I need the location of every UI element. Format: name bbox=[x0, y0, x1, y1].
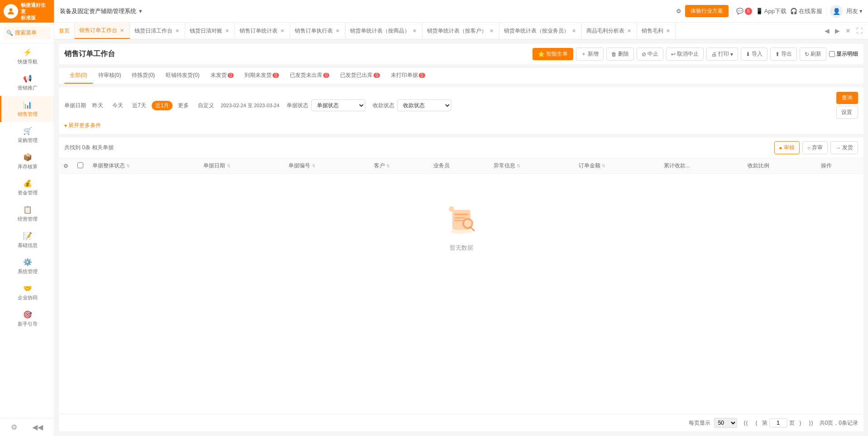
tab-sales-summary-staff[interactable]: 销货单统计表（按业务员） ✕ bbox=[499, 23, 582, 39]
export-button[interactable]: ⬆ 导出 bbox=[770, 47, 797, 61]
page-number-input[interactable] bbox=[769, 418, 787, 427]
th-customer[interactable]: 客户 ⇅ bbox=[369, 158, 429, 174]
expand-filter-button[interactable]: ▾ 展开更多条件 bbox=[64, 122, 858, 129]
prev-page-button[interactable]: ⟨ bbox=[753, 419, 760, 427]
column-settings-icon[interactable]: ⚙ bbox=[63, 163, 68, 169]
industry-solution-button[interactable]: 体验行业方案 bbox=[685, 5, 729, 17]
import-button[interactable]: ⬇ 导入 bbox=[741, 47, 767, 61]
add-button[interactable]: ＋ 新增 bbox=[576, 47, 604, 61]
sub-tab-pending-pickup[interactable]: 待拣货(0) bbox=[126, 68, 160, 84]
refresh-button[interactable]: ↻ 刷新 bbox=[800, 47, 826, 61]
sidebar-item-quick-nav[interactable]: ⚡ 快捷导航 bbox=[0, 43, 54, 70]
status-filter-select[interactable]: 单据状态 bbox=[311, 100, 365, 111]
th-amount[interactable]: 订单金额 ⇅ bbox=[574, 158, 659, 174]
print-button[interactable]: 🖨 打印 ▾ bbox=[706, 47, 738, 61]
app-download-button[interactable]: 📱 App下载 bbox=[756, 7, 786, 15]
date-option-today[interactable]: 今天 bbox=[109, 101, 127, 110]
tab-sales-workbench[interactable]: 销售订单工作台 ✕ bbox=[75, 23, 130, 39]
sidebar-item-basic[interactable]: 📝 基础信息 bbox=[0, 227, 54, 253]
tab-sales-summary-customer[interactable]: 销货单统计表（按客户） ✕ bbox=[422, 23, 499, 39]
tab-cash-daily[interactable]: 钱货日清工作台 ✕ bbox=[130, 23, 185, 39]
online-service-button[interactable]: 🎧 在线客服 bbox=[790, 7, 822, 15]
cancel-review-button[interactable]: ○ 弃审 bbox=[802, 141, 828, 154]
close-tab-sales-summary-product[interactable]: ✕ bbox=[412, 28, 417, 34]
show-detail-label[interactable]: 显示明细 bbox=[829, 50, 858, 58]
close-tab-sales-summary-staff[interactable]: ✕ bbox=[571, 28, 577, 34]
svg-rect-3 bbox=[454, 213, 469, 215]
ship-action-button[interactable]: → 发货 bbox=[830, 141, 858, 154]
sub-tab-all[interactable]: 全部(0) bbox=[64, 68, 93, 84]
th-date[interactable]: 单据日期 ⇅ bbox=[199, 158, 284, 174]
sub-tab-not-shipped[interactable]: 未发货0 bbox=[205, 68, 240, 84]
tab-sales-stat[interactable]: 销售订单统计表 ✕ bbox=[235, 23, 290, 39]
settings-filter-button[interactable]: 设置 bbox=[836, 106, 858, 119]
sidebar-item-finance[interactable]: 💰 资金管理 bbox=[0, 175, 54, 201]
sub-tab-shipped-not-out[interactable]: 已发货未出库0 bbox=[284, 68, 335, 84]
first-page-button[interactable]: ⟨⟨ bbox=[741, 419, 751, 427]
sub-tab-wangpu-pending[interactable]: 旺铺待发货(0) bbox=[160, 68, 205, 84]
total-records: 共0页，0条记录 bbox=[820, 419, 858, 427]
settings-icon-button[interactable]: ⚙ bbox=[676, 8, 681, 14]
th-number[interactable]: 单据编号 ⇅ bbox=[284, 158, 369, 174]
review-button[interactable]: ● 审核 bbox=[774, 141, 800, 154]
date-option-last1month[interactable]: 近1月 bbox=[152, 101, 173, 110]
sub-tab-not-printed[interactable]: 未打印单据0 bbox=[385, 68, 431, 84]
payment-filter-label: 收款状态 bbox=[373, 102, 394, 109]
th-ratio: 收款比例 bbox=[743, 158, 816, 174]
sidebar-item-operations[interactable]: 📋 经营管理 bbox=[0, 201, 54, 227]
tab-scroll-right[interactable]: ▶ bbox=[833, 26, 842, 35]
sidebar-item-guide[interactable]: 🎯 新手引导 bbox=[0, 306, 54, 332]
th-abnormal: 异常信息 ⇅ bbox=[489, 158, 574, 174]
select-all-checkbox[interactable] bbox=[77, 162, 83, 168]
sidebar-item-purchase[interactable]: 🛒 采购管理 bbox=[0, 122, 54, 148]
user-menu-button[interactable]: 用友 ▾ bbox=[846, 7, 863, 15]
close-tab-sales-gross[interactable]: ✕ bbox=[665, 28, 671, 34]
page-size-select[interactable]: 50 10 20 100 bbox=[714, 418, 737, 428]
close-tab-sales-exec[interactable]: ✕ bbox=[335, 28, 340, 34]
next-page-button[interactable]: ⟩ bbox=[796, 419, 804, 427]
tab-scroll-left[interactable]: ◀ bbox=[823, 26, 831, 35]
tab-home[interactable]: 首页 bbox=[54, 23, 75, 39]
close-tab-sales-stat[interactable]: ✕ bbox=[279, 28, 285, 34]
sidebar-item-inventory[interactable]: 📦 库存核算 bbox=[0, 148, 54, 175]
close-tab-cash-daily[interactable]: ✕ bbox=[174, 28, 180, 34]
sidebar-item-enterprise[interactable]: 🤝 企业协同 bbox=[0, 280, 54, 306]
tab-cash-reconcile[interactable]: 钱货日清对账 ✕ bbox=[185, 23, 235, 39]
tab-sales-gross[interactable]: 销售毛利 ✕ bbox=[637, 23, 676, 39]
close-all-tabs[interactable]: ✕ bbox=[844, 26, 853, 35]
show-detail-checkbox[interactable] bbox=[829, 51, 835, 57]
sub-tab-pending-review[interactable]: 待审核(0) bbox=[93, 68, 127, 84]
tab-sales-exec[interactable]: 销售订单执行表 ✕ bbox=[290, 23, 345, 39]
delete-button[interactable]: 🗑 删除 bbox=[606, 47, 634, 61]
sidebar-item-marketing[interactable]: 📢 营销推广 bbox=[0, 70, 54, 96]
last-page-button[interactable]: ⟩⟩ bbox=[806, 419, 816, 427]
close-tab-sales-workbench[interactable]: ✕ bbox=[119, 28, 125, 33]
date-option-more[interactable]: 更多 bbox=[174, 101, 192, 110]
sidebar-search[interactable]: 🔍 搜索菜单 bbox=[0, 23, 54, 43]
close-tab-sales-summary-customer[interactable]: ✕ bbox=[489, 28, 494, 34]
sub-tab-overdue-not-shipped[interactable]: 到期未发货0 bbox=[239, 68, 284, 84]
smart-create-button[interactable]: ⭐ 智能生单 bbox=[532, 48, 573, 60]
th-collected[interactable]: 累计收款... bbox=[659, 158, 743, 174]
date-option-last7[interactable]: 近7天 bbox=[129, 101, 150, 110]
tab-sales-summary-product[interactable]: 销货单统计表（按商品） ✕ bbox=[345, 23, 422, 39]
system-dropdown-button[interactable]: ▾ bbox=[139, 8, 142, 14]
query-button[interactable]: 查询 bbox=[836, 92, 858, 104]
sidebar-item-system[interactable]: ⚙️ 系统管理 bbox=[0, 253, 54, 280]
tab-product-margin[interactable]: 商品毛利分析表 ✕ bbox=[582, 23, 637, 39]
cancel-stop-button[interactable]: ↩ 取消中止 bbox=[666, 47, 704, 61]
payment-filter-select[interactable]: 收款状态 bbox=[397, 100, 451, 111]
settings-bottom-button[interactable]: ⚙ bbox=[9, 422, 19, 432]
maximize-tab[interactable]: ⛶ bbox=[854, 26, 864, 35]
close-tab-product-margin[interactable]: ✕ bbox=[626, 28, 632, 34]
collapse-sidebar-button[interactable]: ◀◀ bbox=[30, 422, 45, 432]
date-option-yesterday[interactable]: 昨天 bbox=[89, 101, 107, 110]
close-tab-cash-reconcile[interactable]: ✕ bbox=[224, 28, 230, 34]
stop-button[interactable]: ⊘ 中止 bbox=[637, 47, 663, 61]
sidebar-item-sales[interactable]: 📊 销售管理 bbox=[0, 96, 54, 122]
search-menu-button[interactable]: 🔍 搜索菜单 bbox=[4, 26, 50, 39]
sub-tab-shipped-out[interactable]: 已发货已出库0 bbox=[335, 68, 385, 84]
message-button[interactable]: 💬 6 bbox=[736, 8, 752, 15]
result-count: 共找到 0条 相关单据 bbox=[64, 144, 114, 152]
date-option-custom[interactable]: 自定义 bbox=[194, 101, 218, 110]
